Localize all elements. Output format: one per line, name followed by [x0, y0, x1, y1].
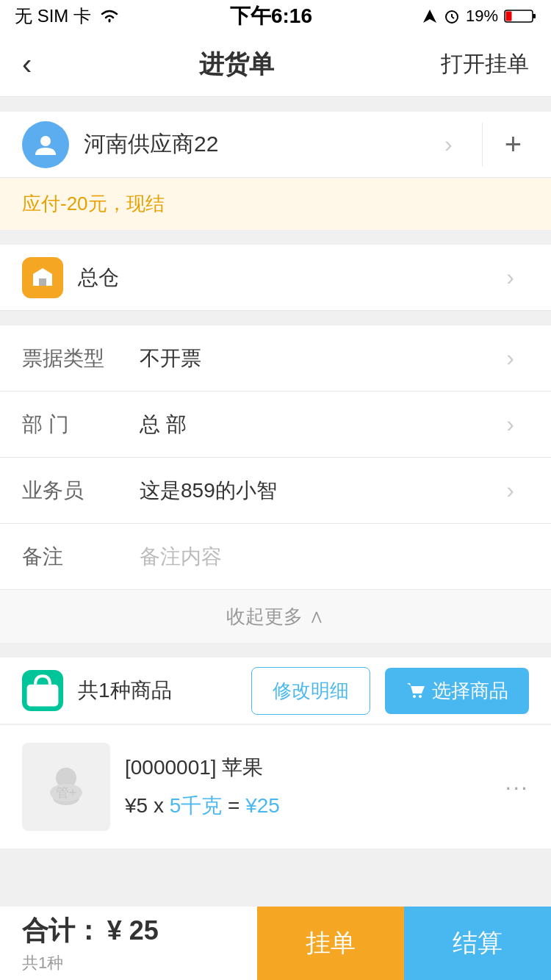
section-gap-1 — [0, 97, 551, 112]
supplier-avatar — [22, 121, 69, 168]
products-header: 共1种商品 修改明细 选择商品 — [0, 657, 551, 724]
cart-icon — [406, 682, 426, 699]
product-title: 苹果 — [222, 756, 263, 779]
warehouse-chevron: › — [506, 264, 514, 291]
product-price: ¥5 x 5千克 = ¥25 — [125, 792, 490, 820]
invoice-chevron: › — [506, 345, 514, 372]
svg-rect-5 — [533, 14, 536, 18]
subtotal: ¥25 — [245, 794, 280, 817]
supplier-notice: 应付-20元，现结 — [0, 178, 551, 230]
products-icon-bg — [22, 670, 63, 711]
status-right: 19% — [422, 7, 536, 26]
back-button[interactable]: ‹ — [22, 48, 32, 81]
edit-detail-button[interactable]: 修改明细 — [251, 667, 370, 715]
chevron-right-icon: › — [444, 131, 453, 158]
salesperson-chevron: › — [506, 477, 514, 504]
open-pending-button[interactable]: 打开挂单 — [441, 49, 529, 79]
supplier-section: 河南供应商22 › + 应付-20元，现结 — [0, 112, 551, 230]
warehouse-section: 总仓 › — [0, 245, 551, 311]
collapse-toggle[interactable]: 收起更多 ∧ — [0, 590, 551, 643]
product-code: [0000001] — [125, 756, 217, 779]
svg-rect-6 — [505, 12, 511, 21]
checkout-button[interactable]: 结算 — [404, 907, 551, 980]
select-product-button[interactable]: 选择商品 — [385, 668, 529, 714]
salesperson-row[interactable]: 业务员 这是859的小智 › — [0, 458, 551, 524]
nav-bar: ‹ 进货单 打开挂单 — [0, 32, 551, 97]
remarks-label: 备注 — [22, 543, 140, 571]
status-time: 下午6:16 — [230, 2, 312, 30]
equals-sign: = — [228, 794, 245, 817]
warehouse-icon-bg — [22, 257, 63, 298]
bag-icon — [22, 670, 63, 711]
total-main: 合计： ¥ 25 — [22, 913, 235, 949]
product-thumbnail: 管+ — [22, 743, 110, 831]
product-name: [0000001] 苹果 — [125, 754, 490, 782]
svg-rect-8 — [39, 278, 46, 286]
product-thumb-icon: 管+ — [37, 757, 96, 816]
product-info: [0000001] 苹果 ¥5 x 5千克 = ¥25 — [125, 754, 490, 820]
form-section: 票据类型 不开票 › 部 门 总 部 › 业务员 这是859的小智 › 备注 备… — [0, 325, 551, 590]
total-amount: ¥ 25 — [107, 915, 159, 945]
total-label: 合计： — [22, 915, 101, 945]
svg-point-7 — [40, 136, 51, 146]
battery-percent: 19% — [466, 7, 498, 26]
invoice-type-row[interactable]: 票据类型 不开票 › — [0, 325, 551, 392]
supplier-name: 河南供应商22 — [84, 129, 444, 159]
salesperson-value: 这是859的小智 — [140, 477, 506, 505]
total-sub: 共1种 — [22, 952, 235, 974]
warehouse-icon — [30, 265, 55, 290]
bottom-bar: 合计： ¥ 25 共1种 挂单 结算 — [0, 907, 551, 980]
unit-price: ¥5 — [125, 794, 148, 817]
hang-button[interactable]: 挂单 — [257, 907, 404, 980]
total-area: 合计： ¥ 25 共1种 — [0, 907, 257, 980]
svg-marker-0 — [423, 10, 436, 23]
salesperson-label: 业务员 — [22, 477, 140, 505]
status-bar: 无 SIM 卡 下午6:16 19% — [0, 0, 551, 32]
svg-text:管+: 管+ — [56, 785, 77, 800]
warehouse-row[interactable]: 总仓 › — [0, 245, 551, 311]
section-gap-2 — [0, 230, 551, 245]
department-label: 部 门 — [22, 411, 140, 439]
svg-point-11 — [419, 695, 422, 698]
wifi-icon — [98, 8, 120, 24]
battery-icon — [504, 8, 536, 24]
alarm-icon — [444, 8, 460, 24]
section-gap-4 — [0, 643, 551, 657]
svg-point-10 — [413, 695, 416, 698]
invoice-type-label: 票据类型 — [22, 345, 140, 372]
svg-rect-9 — [27, 685, 59, 707]
collapse-label: 收起更多 ∧ — [226, 604, 324, 630]
status-left: 无 SIM 卡 — [15, 4, 120, 28]
divider — [482, 123, 483, 167]
invoice-type-value: 不开票 — [140, 345, 506, 372]
add-supplier-button[interactable]: + — [497, 128, 529, 161]
page-title: 进货单 — [199, 48, 274, 82]
section-gap-3 — [0, 311, 551, 325]
department-value: 总 部 — [140, 411, 506, 439]
person-icon — [32, 131, 59, 158]
quantity: 5千克 — [170, 794, 223, 817]
svg-line-3 — [452, 17, 454, 18]
remarks-input[interactable]: 备注内容 — [140, 543, 529, 571]
select-product-label: 选择商品 — [432, 678, 508, 704]
product-more-button[interactable]: ··· — [505, 774, 529, 801]
department-chevron: › — [506, 411, 514, 438]
warehouse-name: 总仓 — [78, 264, 506, 292]
sim-status: 无 SIM 卡 — [15, 4, 91, 28]
supplier-row[interactable]: 河南供应商22 › + — [0, 112, 551, 178]
department-row[interactable]: 部 门 总 部 › — [0, 392, 551, 458]
product-count: 共1种商品 — [78, 677, 237, 705]
remarks-row[interactable]: 备注 备注内容 — [0, 524, 551, 590]
multiply-sign: x — [154, 794, 170, 817]
location-icon — [422, 8, 438, 24]
product-item: 管+ [0000001] 苹果 ¥5 x 5千克 = ¥25 ··· — [0, 725, 551, 849]
